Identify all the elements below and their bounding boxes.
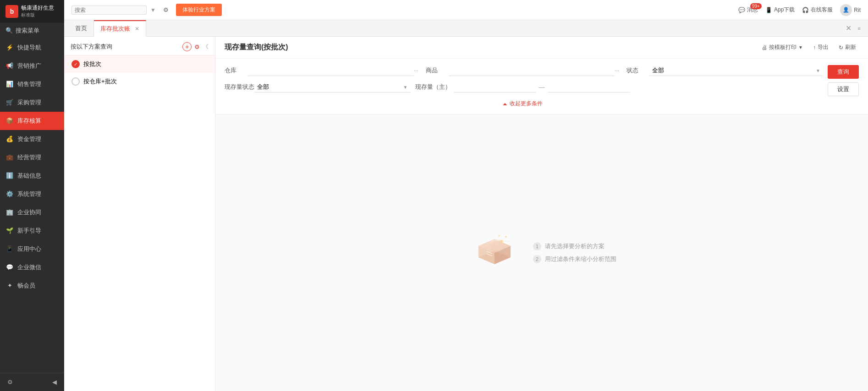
sidebar-item-enterprise[interactable]: 🏢 企业协同 <box>0 203 64 222</box>
main-area: ▼ ⚙ 体验行业方案 💬 消息 99+ 📱 App下载 🎧 在线客服 👤 Rit <box>64 0 868 391</box>
status-select-arrow: ▼ <box>816 68 820 73</box>
panel-expand-btn[interactable]: ≡ <box>855 26 863 31</box>
app-download-label: App下载 <box>774 6 795 14</box>
step1-circle: 1 <box>533 242 541 250</box>
inventory-status-label: 现存量状态 <box>225 83 254 91</box>
tab-close-btn[interactable]: ✕ <box>135 26 139 32</box>
briefcase-icon: 💼 <box>5 153 14 162</box>
info-icon: ℹ️ <box>5 172 14 180</box>
sidebar: b 畅康通好生意 标准版 🔍 搜索菜单 ⚡ 快捷导航 📢 营销推广 📊 销售管理… <box>0 0 64 391</box>
dropdown-arrow[interactable]: ▼ <box>150 7 156 13</box>
company-name: 畅康通好生意 <box>21 5 54 12</box>
print-label: 按模板打印 <box>769 43 797 51</box>
scheme-collapse-icon[interactable]: 《 <box>203 43 209 51</box>
user-profile-action[interactable]: 👤 Rit <box>840 4 861 16</box>
newbie-icon: 🌱 <box>5 227 14 235</box>
sidebar-item-vip[interactable]: ✦ 畅会员 <box>0 277 64 295</box>
inventory-qty-from-input[interactable] <box>454 81 536 92</box>
sidebar-search[interactable]: 🔍 搜索菜单 <box>0 23 64 38</box>
sidebar-logo: b 畅康通好生意 标准版 <box>0 0 64 23</box>
sidebar-collapse-btn[interactable]: ◀ <box>50 377 59 387</box>
filter-row-1: 仓库 ··· 商品 ··· 状态 <box>225 65 820 76</box>
topbar: ▼ ⚙ 体验行业方案 💬 消息 99+ 📱 App下载 🎧 在线客服 👤 Rit <box>64 0 868 20</box>
inventory-status-arrow: ▼ <box>403 85 408 90</box>
status-select[interactable]: 全部 正常 停用 <box>649 65 823 76</box>
product-input[interactable] <box>449 65 615 76</box>
scheme-item-by-warehouse-batch[interactable]: 按仓库+批次 <box>64 73 215 90</box>
inventory-qty-group: 现存量（主） — <box>415 81 630 92</box>
scheme-item-by-batch[interactable]: ✓ 按批次 <box>64 55 215 73</box>
collapse-label: 收起更多条件 <box>510 100 543 108</box>
warehouse-filter-group: 仓库 ··· <box>225 65 418 76</box>
username-label: Rit <box>854 7 861 13</box>
inventory-qty-label: 现存量（主） <box>415 83 451 91</box>
scheme-active-indicator: ✓ <box>71 60 80 68</box>
search-menu-label: 搜索菜单 <box>16 27 39 35</box>
refresh-icon: ↻ <box>839 44 843 51</box>
empty-step-1: 1 请先选择要分析的方案 <box>533 242 616 250</box>
sidebar-item-app-center[interactable]: 📱 应用中心 <box>0 240 64 258</box>
scheme-settings-icon[interactable]: ⚙ <box>194 43 200 50</box>
avatar: 👤 <box>840 4 852 16</box>
export-label: 导出 <box>818 43 829 51</box>
step2-text: 用过滤条件来缩小分析范围 <box>545 255 616 263</box>
left-panel: 按以下方案查询 + ⚙ 《 ✓ 按批次 按仓库+批次 <box>64 37 215 391</box>
apps-icon: 📱 <box>5 245 14 253</box>
sidebar-item-corp-wechat[interactable]: 💬 企业微信 <box>0 258 64 277</box>
svg-point-7 <box>498 235 500 237</box>
inventory-qty-to-input[interactable] <box>548 81 630 92</box>
sidebar-item-inventory[interactable]: 📦 库存核算 <box>0 112 64 130</box>
tab-home-label: 首页 <box>75 24 87 33</box>
tab-home[interactable]: 首页 <box>69 20 94 37</box>
message-action[interactable]: 💬 消息 99+ <box>738 6 758 14</box>
empty-text-container: 1 请先选择要分析的方案 2 用过滤条件来缩小分析范围 <box>533 242 616 263</box>
online-service-action[interactable]: 🎧 在线客服 <box>802 6 833 14</box>
sidebar-item-shortcuts[interactable]: ⚡ 快捷导航 <box>0 38 64 57</box>
filter-settings-button[interactable]: 设置 <box>828 82 859 96</box>
tab-batch-account[interactable]: 库存批次账 ✕ <box>94 20 146 37</box>
product-more-btn[interactable]: ··· <box>615 67 619 74</box>
refresh-label: 刷新 <box>845 43 856 51</box>
settings-icon[interactable]: ⚙ <box>159 4 172 16</box>
svg-point-6 <box>505 236 507 238</box>
product-filter-group: 商品 ··· <box>426 65 620 76</box>
export-btn[interactable]: ↑ 导出 <box>810 42 831 53</box>
edition-label: 标准版 <box>21 12 54 18</box>
print-dropdown-arrow[interactable]: ▼ <box>798 45 803 50</box>
refresh-btn[interactable]: ↻ 刷新 <box>836 42 859 53</box>
panel-close-btn[interactable]: ✕ <box>842 22 855 35</box>
breadcrumb <box>71 5 147 15</box>
sidebar-item-marketing[interactable]: 📢 营销推广 <box>0 57 64 75</box>
sidebar-item-sales[interactable]: 📊 销售管理 <box>0 75 64 93</box>
collapse-btn[interactable]: ⏶ 收起更多条件 <box>225 98 820 109</box>
cart-icon: 🛒 <box>5 98 14 107</box>
trial-button[interactable]: 体验行业方案 <box>176 4 222 16</box>
sidebar-settings-btn[interactable]: ⚙ <box>5 377 15 387</box>
inventory-status-select[interactable]: 全部 有库存 无库存 <box>254 81 411 92</box>
warehouse-input[interactable] <box>247 65 414 76</box>
enterprise-icon: 🏢 <box>5 208 14 217</box>
sidebar-item-basic[interactable]: ℹ️ 基础信息 <box>0 167 64 185</box>
right-panel: 现存量查询(按批次) 🖨 按模板打印 ▼ ↑ 导出 ↻ 刷新 <box>215 37 868 391</box>
sidebar-item-purchase[interactable]: 🛒 采购管理 <box>0 93 64 112</box>
query-button[interactable]: 查询 <box>828 65 859 79</box>
tabbar: 首页 库存批次账 ✕ ✕ ≡ <box>64 20 868 37</box>
filter-fields: 仓库 ··· 商品 ··· 状态 <box>225 65 820 109</box>
app-download-action[interactable]: 📱 App下载 <box>765 6 795 14</box>
search-input[interactable] <box>71 5 147 15</box>
mobile-icon: 📱 <box>765 7 772 13</box>
step2-circle: 2 <box>533 255 541 263</box>
tab-batch-account-label: 库存批次账 <box>100 25 130 33</box>
sidebar-item-operations[interactable]: 💼 经营管理 <box>0 148 64 167</box>
empty-state: 1 请先选择要分析的方案 2 用过滤条件来缩小分析范围 <box>215 114 868 391</box>
warehouse-more-btn[interactable]: ··· <box>414 67 418 74</box>
sidebar-item-finance[interactable]: 💰 资金管理 <box>0 130 64 148</box>
empty-state-svg <box>469 228 520 278</box>
add-scheme-btn[interactable]: + <box>182 42 192 51</box>
lightning-icon: ⚡ <box>5 43 14 52</box>
sidebar-item-system[interactable]: ⚙️ 系统管理 <box>0 185 64 203</box>
sidebar-item-newbie[interactable]: 🌱 新手引导 <box>0 222 64 240</box>
filter-row-2: 现存量状态 全部 有库存 无库存 ▼ 现存量（主） <box>225 81 820 92</box>
left-panel-actions: + ⚙ 《 <box>182 42 209 51</box>
print-btn[interactable]: 🖨 按模板打印 ▼ <box>759 42 806 53</box>
